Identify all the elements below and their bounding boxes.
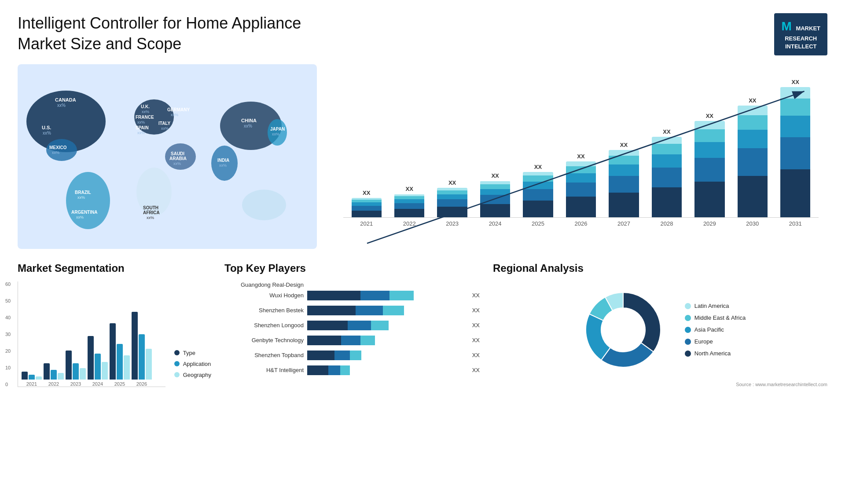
svg-text:ITALY: ITALY bbox=[158, 121, 171, 126]
regional-legend-item: Europe bbox=[685, 338, 746, 345]
bar-seg bbox=[437, 207, 467, 217]
donut-chart bbox=[575, 281, 672, 378]
bar-seg bbox=[394, 196, 424, 199]
player-value: XX bbox=[472, 322, 480, 329]
bar-stack-2021 bbox=[352, 198, 382, 217]
bar-seg bbox=[652, 137, 682, 144]
bar-seg bbox=[609, 193, 639, 217]
bar-year-label: 2023 bbox=[434, 220, 471, 227]
svg-text:CANADA: CANADA bbox=[55, 97, 76, 102]
donut-svg bbox=[575, 281, 672, 378]
seg-y-label: 30 bbox=[5, 332, 11, 337]
bar-top-label-2029: XX bbox=[706, 113, 713, 119]
bar-seg bbox=[394, 209, 424, 217]
seg-y-label: 0 bbox=[5, 382, 11, 387]
logo-m-icon: M bbox=[781, 18, 791, 35]
bar-seg bbox=[694, 129, 724, 142]
legend-dot-icon bbox=[174, 372, 180, 377]
seg-bars: 202120222023202420252026 bbox=[18, 281, 165, 387]
source-text: Source : www.marketresearchintellect.com bbox=[493, 382, 827, 387]
player-bar-wrap bbox=[307, 365, 465, 376]
bar-seg bbox=[437, 190, 467, 194]
bar-top-label-2028: XX bbox=[663, 128, 670, 135]
seg-bar bbox=[51, 370, 57, 380]
seg-bar bbox=[73, 363, 79, 380]
bar-year-label: 2030 bbox=[734, 220, 771, 227]
player-bar-seg1 bbox=[307, 321, 348, 330]
regional-legend-dot-icon bbox=[685, 303, 691, 309]
player-bar bbox=[307, 336, 375, 345]
player-row: Genbyte TechnologyXX bbox=[224, 335, 480, 346]
bar-year-label: 2021 bbox=[348, 220, 385, 227]
player-value: XX bbox=[472, 307, 480, 314]
player-bar-seg2 bbox=[341, 336, 360, 345]
bar-seg bbox=[738, 148, 768, 176]
bar-stack-2029 bbox=[694, 121, 724, 217]
player-bar-wrap bbox=[307, 290, 465, 301]
legend-label: Type bbox=[183, 350, 195, 356]
page-title: Intelligent Controller for Home Applianc… bbox=[18, 13, 326, 55]
bar-xlabel-2026: 2026 bbox=[562, 220, 599, 227]
player-name: Wuxi Hodgen bbox=[224, 292, 304, 299]
seg-bar bbox=[36, 376, 42, 380]
page-header: Intelligent Controller for Home Applianc… bbox=[18, 13, 827, 55]
seg-year-label: 2023 bbox=[70, 381, 81, 387]
svg-text:xx%: xx% bbox=[161, 126, 169, 131]
bar-seg bbox=[780, 87, 810, 99]
legend-dot-icon bbox=[174, 361, 180, 366]
player-bar-seg1 bbox=[307, 291, 360, 300]
bar-year-label: 2031 bbox=[777, 220, 814, 227]
seg-bar-stack bbox=[132, 312, 152, 380]
segmentation-section: Market Segmentation 6050403020100 202120… bbox=[18, 262, 211, 387]
seg-year-label: 2026 bbox=[136, 381, 147, 387]
bar-seg bbox=[480, 184, 510, 189]
svg-text:xx%: xx% bbox=[76, 215, 84, 219]
regional-legend-dot-icon bbox=[685, 351, 691, 357]
bar-seg bbox=[523, 201, 553, 217]
seg-legend-item: Geography bbox=[174, 372, 211, 378]
player-value: XX bbox=[472, 352, 480, 358]
seg-bar bbox=[102, 362, 108, 380]
seg-year-label: 2021 bbox=[26, 381, 37, 387]
bar-seg bbox=[694, 182, 724, 217]
seg-year-group-2023: 2023 bbox=[66, 351, 86, 387]
seg-year-group-2026: 2026 bbox=[132, 312, 152, 387]
seg-bar-stack bbox=[88, 336, 108, 380]
svg-text:MEXICO: MEXICO bbox=[49, 145, 67, 150]
bar-seg bbox=[394, 199, 424, 203]
regional-legend-item: Asia Pacific bbox=[685, 326, 746, 333]
seg-bar-stack bbox=[44, 363, 64, 380]
player-bar-seg2 bbox=[334, 351, 350, 360]
bar-xlabel-2029: 2029 bbox=[691, 220, 728, 227]
bar-stack-2030 bbox=[738, 106, 768, 217]
bar-top-label-2026: XX bbox=[577, 153, 584, 160]
regional-content: Latin AmericaMiddle East & AfricaAsia Pa… bbox=[493, 281, 827, 378]
svg-text:xx%: xx% bbox=[137, 120, 145, 124]
seg-y-label: 40 bbox=[5, 315, 11, 320]
seg-y-label: 10 bbox=[5, 365, 11, 370]
seg-y-labels: 6050403020100 bbox=[5, 281, 11, 387]
bar-stack-2024 bbox=[480, 181, 510, 217]
bar-seg bbox=[652, 187, 682, 217]
bar-group-2029: XX bbox=[691, 113, 728, 217]
bar-group-2024: XX bbox=[476, 172, 514, 217]
svg-text:xx%: xx% bbox=[219, 163, 227, 168]
player-bar bbox=[307, 321, 389, 330]
bar-top-label-2025: XX bbox=[534, 164, 542, 170]
bar-seg bbox=[780, 116, 810, 137]
svg-text:xx%: xx% bbox=[147, 215, 154, 220]
bar-xlabel-2023: 2023 bbox=[434, 220, 471, 227]
bar-seg bbox=[394, 203, 424, 209]
bar-group-2028: XX bbox=[648, 128, 685, 217]
bar-stack-2031 bbox=[780, 87, 810, 217]
bar-stack-2028 bbox=[652, 137, 682, 217]
bar-chart-container: XXXXXXXXXXXXXXXXXXXXXX 20212022202320242… bbox=[334, 64, 827, 249]
svg-text:ARABIA: ARABIA bbox=[169, 156, 187, 161]
player-bar-wrap bbox=[307, 305, 465, 316]
svg-text:AFRICA: AFRICA bbox=[143, 210, 160, 215]
bottom-section: Market Segmentation 6050403020100 202120… bbox=[18, 262, 827, 387]
bar-seg bbox=[566, 183, 596, 197]
player-bar-seg2 bbox=[328, 365, 340, 375]
donut-segment bbox=[586, 314, 610, 360]
bar-xlabel-2021: 2021 bbox=[348, 220, 385, 227]
